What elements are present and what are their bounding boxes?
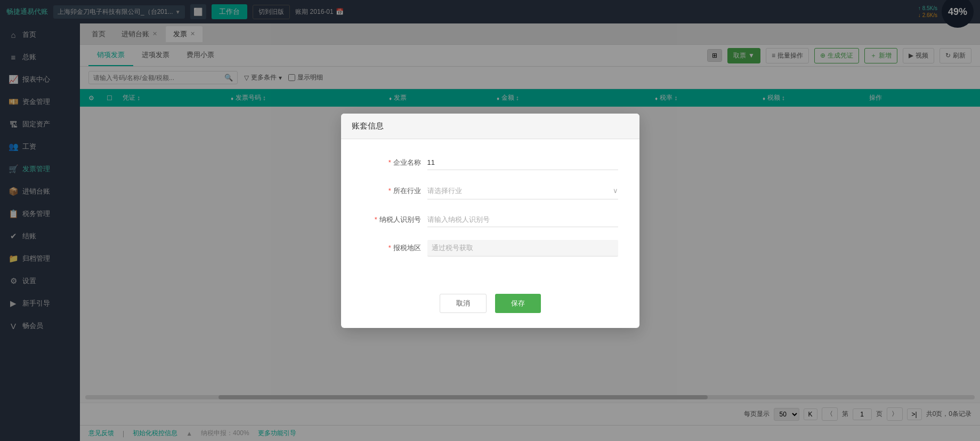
dialog-body: * 企业名称 * 所在行业 请选择行业 ∨ * <box>341 139 639 285</box>
label-tax-region: * 报税地区 <box>362 243 421 253</box>
label-industry: * 所在行业 <box>362 186 421 196</box>
cancel-button[interactable]: 取消 <box>440 294 487 313</box>
form-row-company: * 企业名称 <box>362 155 618 170</box>
dialog-footer: 取消 保存 <box>341 285 639 328</box>
chevron-down-icon: ∨ <box>613 187 618 195</box>
tax-region-field: 通过税号获取 <box>427 240 618 256</box>
form-row-tax-id: * 纳税人识别号 <box>362 212 618 227</box>
dialog-header: 账套信息 <box>341 114 639 139</box>
dialog-account-info: 账套信息 * 企业名称 * 所在行业 请选择行业 ∨ <box>341 114 639 328</box>
save-button[interactable]: 保存 <box>495 294 541 313</box>
company-name-input[interactable] <box>427 155 618 170</box>
tax-id-input[interactable] <box>427 212 618 227</box>
label-tax-id: * 纳税人识别号 <box>362 215 421 224</box>
form-row-industry: * 所在行业 请选择行业 ∨ <box>362 183 618 199</box>
industry-select[interactable]: 请选择行业 ∨ <box>427 183 618 199</box>
label-company: * 企业名称 <box>362 158 421 167</box>
modal-overlay: 账套信息 * 企业名称 * 所在行业 请选择行业 ∨ <box>0 0 980 441</box>
form-row-tax-region: * 报税地区 通过税号获取 <box>362 240 618 256</box>
dialog-title: 账套信息 <box>352 121 384 130</box>
